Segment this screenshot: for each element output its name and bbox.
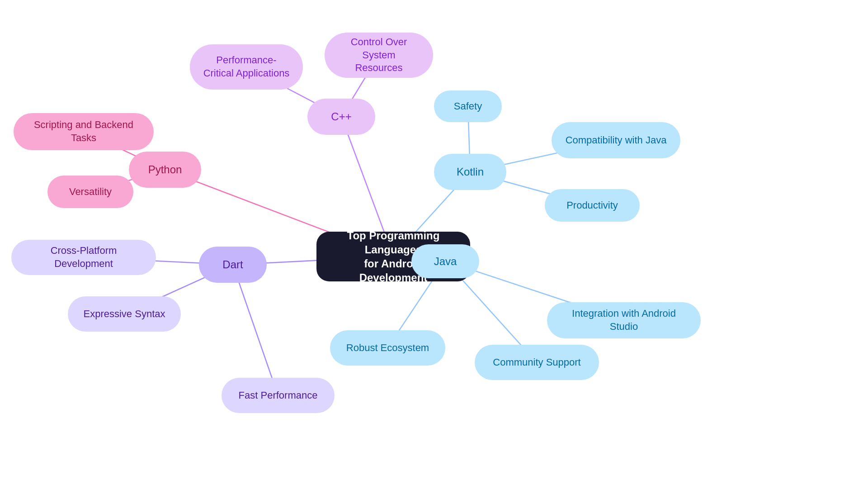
- cross-platform-node: Cross-Platform Development: [11, 240, 156, 275]
- svg-line-14: [233, 265, 278, 395]
- java-label: Java: [434, 254, 457, 268]
- cross-platform-label: Cross-Platform Development: [24, 244, 143, 270]
- cpp-node: C++: [307, 99, 375, 135]
- perf-critical-label: Performance-Critical Applications: [203, 54, 290, 80]
- fast-performance-label: Fast Performance: [239, 389, 318, 402]
- safety-node: Safety: [434, 90, 502, 122]
- python-node: Python: [129, 152, 201, 188]
- community-label: Community Support: [493, 356, 580, 369]
- perf-critical-node: Performance-Critical Applications: [190, 44, 303, 90]
- python-label: Python: [148, 162, 182, 176]
- control-node: Control Over System Resources: [325, 33, 433, 78]
- versatility-node: Versatility: [47, 176, 133, 208]
- dart-label: Dart: [222, 257, 243, 271]
- kotlin-label: Kotlin: [457, 165, 484, 179]
- robust-ecosystem-label: Robust Ecosystem: [346, 342, 429, 355]
- java-node: Java: [411, 244, 479, 278]
- kotlin-node: Kotlin: [434, 154, 506, 190]
- compat-java-node: Compatibility with Java: [552, 122, 680, 158]
- safety-label: Safety: [454, 100, 482, 113]
- robust-ecosystem-node: Robust Ecosystem: [330, 330, 445, 366]
- fast-performance-node: Fast Performance: [222, 378, 335, 413]
- community-node: Community Support: [475, 345, 599, 380]
- scripting-label: Scripting and Backend Tasks: [26, 119, 141, 144]
- expressive-syntax-node: Expressive Syntax: [68, 296, 181, 332]
- versatility-label: Versatility: [69, 186, 112, 199]
- expressive-syntax-label: Expressive Syntax: [84, 308, 165, 321]
- compat-java-label: Compatibility with Java: [566, 134, 667, 147]
- control-label: Control Over System Resources: [337, 36, 420, 75]
- integration-label: Integration with Android Studio: [560, 307, 688, 333]
- integration-node: Integration with Android Studio: [547, 302, 701, 338]
- dart-node: Dart: [199, 247, 267, 283]
- productivity-node: Productivity: [545, 189, 640, 222]
- cpp-label: C++: [331, 109, 351, 124]
- productivity-label: Productivity: [566, 199, 618, 212]
- scripting-node: Scripting and Backend Tasks: [14, 113, 154, 150]
